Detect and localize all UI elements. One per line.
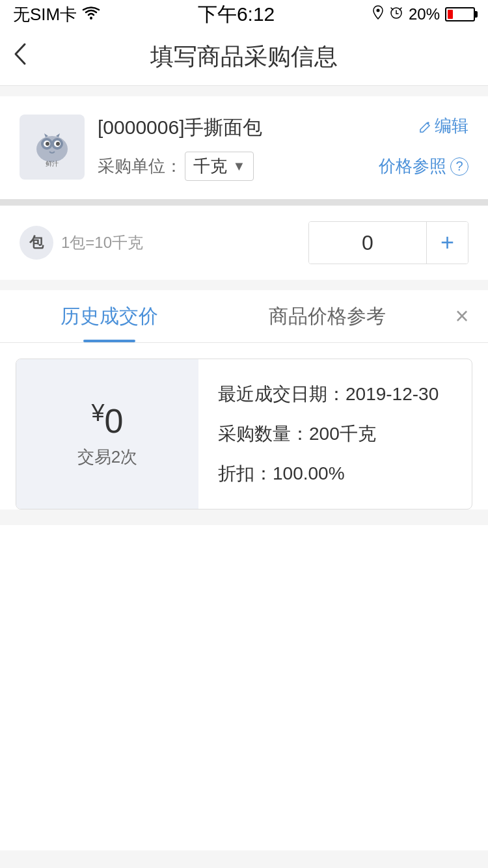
product-info: [0000006]手撕面包 编辑 采购单位： 千克 ▼ 价格参照: [98, 115, 468, 181]
edit-button[interactable]: 编辑: [418, 115, 468, 137]
svg-text:鲜汁: 鲜汁: [46, 160, 59, 167]
product-thumbnail: 鲜汁: [20, 115, 85, 180]
svg-point-8: [46, 142, 49, 146]
alarm-icon: [389, 5, 403, 23]
tabs-section: 历史成交价 商品价格参考 × ¥0 交易2次 最近成交日期：2019-12-30…: [0, 290, 488, 509]
page-title: 填写商品采购信息: [150, 41, 338, 73]
price-details: 最近成交日期：2019-12-30 采购数量：200千克 折扣：100.00%: [198, 359, 472, 509]
carrier-text: 无SIM卡: [13, 3, 77, 26]
location-icon: [372, 5, 384, 23]
unit-info: 包 1包=10千克: [20, 226, 143, 260]
tab-history-price[interactable]: 历史成交价: [0, 290, 218, 342]
unit-convert-label: 1包=10千克: [61, 232, 143, 253]
product-header: [0000006]手撕面包 编辑: [98, 115, 468, 141]
svg-point-0: [90, 17, 92, 20]
tab-price-reference[interactable]: 商品价格参考: [218, 290, 436, 342]
purchase-quantity: 采购数量：200千克: [218, 420, 452, 449]
svg-point-1: [376, 9, 379, 12]
battery-indicator: [445, 7, 475, 21]
unit-label-group: 采购单位： 千克 ▼: [98, 152, 254, 181]
battery-percent: 20%: [409, 5, 440, 23]
price-ref-button[interactable]: 价格参照 ?: [379, 155, 468, 178]
svg-point-3: [36, 136, 68, 162]
help-icon: ?: [450, 157, 468, 176]
tab-close-button[interactable]: ×: [436, 290, 488, 342]
quantity-row: 包 1包=10千克 0 +: [0, 206, 488, 280]
status-carrier: 无SIM卡: [13, 3, 100, 26]
quantity-plus-button[interactable]: +: [426, 222, 468, 264]
svg-point-9: [56, 142, 60, 146]
product-name: [0000006]手撕面包: [98, 115, 262, 141]
history-price-card: ¥0 交易2次 最近成交日期：2019-12-30 采购数量：200千克 折扣：…: [16, 359, 472, 509]
section-divider: [0, 199, 488, 206]
bottom-content: [0, 525, 488, 850]
tabs-bar: 历史成交价 商品价格参考 ×: [0, 290, 488, 343]
unit-badge: 包: [20, 226, 53, 260]
chevron-down-icon: ▼: [232, 159, 245, 174]
price-value: ¥0: [92, 400, 124, 441]
trade-count: 交易2次: [77, 446, 137, 468]
status-time: 下午6:12: [198, 1, 275, 28]
status-right: 20%: [372, 5, 475, 23]
price-summary: ¥0 交易2次: [16, 359, 198, 509]
status-bar: 无SIM卡 下午6:12 20%: [0, 0, 488, 29]
nav-bar: 填写商品采购信息: [0, 29, 488, 86]
back-button[interactable]: [13, 42, 27, 72]
wifi-icon: [82, 5, 100, 25]
quantity-input-group: 0 +: [308, 221, 468, 264]
discount: 折扣：100.00%: [218, 459, 452, 489]
unit-select[interactable]: 千克 ▼: [185, 152, 254, 181]
quantity-input[interactable]: 0: [309, 222, 426, 264]
recent-date: 最近成交日期：2019-12-30: [218, 380, 452, 409]
product-card: 鲜汁 [0000006]手撕面包 编辑 采购单位： 千克 ▼: [0, 96, 488, 199]
product-unit-row: 采购单位： 千克 ▼ 价格参照 ?: [98, 152, 468, 181]
